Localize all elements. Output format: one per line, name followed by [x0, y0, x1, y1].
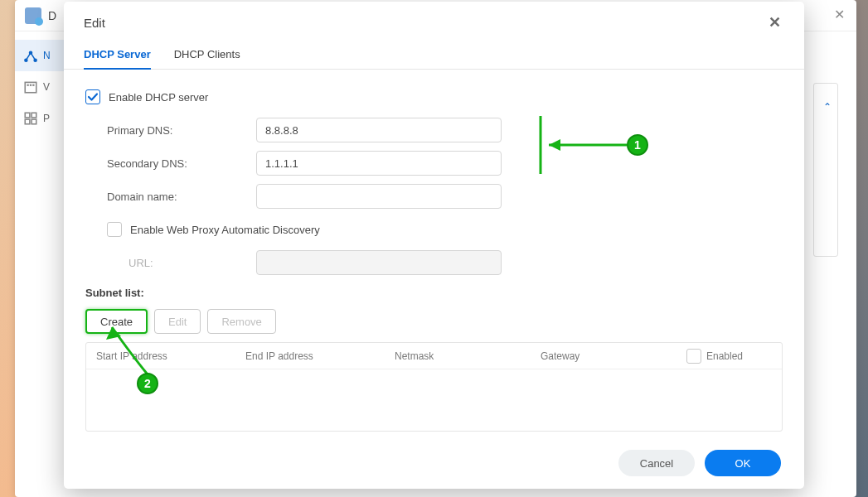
enable-dhcp-checkbox[interactable] [85, 89, 100, 104]
edit-dialog: Edit ✕ DHCP Server DHCP Clients Enable D… [64, 2, 804, 489]
svg-rect-7 [25, 113, 30, 118]
sidebar-label: P [43, 113, 50, 124]
col-start-ip: Start IP address [86, 350, 235, 362]
url-input [256, 250, 502, 275]
bg-title: D [48, 9, 56, 22]
chevron-up-icon[interactable]: ⌃ [823, 101, 832, 113]
sidebar-label: V [43, 81, 50, 93]
secondary-dns-label: Secondary DNS: [107, 157, 256, 170]
dialog-title: Edit [84, 16, 105, 30]
secondary-dns-row: Secondary DNS: [85, 151, 783, 176]
create-button[interactable]: Create [85, 309, 148, 334]
sidebar-label: N [43, 50, 51, 61]
webproxy-row: Enable Web Proxy Automatic Discovery [85, 217, 783, 242]
svg-rect-8 [32, 113, 36, 118]
subnet-list-title: Subnet list: [85, 287, 783, 299]
svg-rect-3 [25, 82, 36, 92]
svg-rect-9 [25, 119, 30, 124]
bg-close-icon[interactable]: ✕ [834, 7, 845, 22]
webproxy-label: Enable Web Proxy Automatic Discovery [130, 224, 320, 236]
subnet-table: Start IP address End IP address Netmask … [85, 342, 783, 432]
col-enabled-label: Enabled [706, 350, 743, 362]
webproxy-checkbox[interactable] [107, 222, 122, 237]
edit-button: Edit [154, 309, 201, 334]
subnet-toolbar: Create Edit Remove [85, 309, 783, 334]
url-label: URL: [129, 257, 256, 269]
tab-dhcp-server[interactable]: DHCP Server [84, 43, 151, 69]
svg-rect-10 [32, 119, 36, 124]
svg-rect-5 [30, 84, 32, 86]
remove-button: Remove [207, 309, 275, 334]
tab-bar: DHCP Server DHCP Clients [64, 43, 804, 70]
svg-rect-6 [32, 84, 34, 86]
col-netmask: Netmask [385, 350, 531, 362]
ok-button[interactable]: OK [705, 450, 781, 476]
app-icon [25, 7, 41, 24]
tab-dhcp-clients[interactable]: DHCP Clients [174, 43, 240, 69]
domain-name-label: Domain name: [107, 191, 256, 203]
domain-name-input[interactable] [256, 184, 502, 209]
grid-icon [23, 111, 38, 126]
close-icon[interactable]: ✕ [765, 10, 784, 35]
domain-name-row: Domain name: [85, 184, 783, 209]
col-end-ip: End IP address [235, 350, 385, 362]
enable-dhcp-row: Enable DHCP server [85, 84, 783, 109]
col-enabled: Enabled [676, 349, 782, 364]
table-header: Start IP address End IP address Netmask … [86, 343, 782, 369]
cancel-button[interactable]: Cancel [618, 450, 695, 476]
enable-dhcp-label: Enable DHCP server [109, 91, 208, 104]
building-icon [23, 80, 38, 94]
url-row: URL: [85, 250, 783, 275]
primary-dns-label: Primary DNS: [107, 124, 256, 137]
secondary-dns-input[interactable] [256, 151, 502, 176]
enabled-header-checkbox[interactable] [686, 349, 701, 364]
primary-dns-row: Primary DNS: [85, 118, 783, 142]
dialog-header: Edit ✕ [64, 2, 804, 43]
dialog-footer: Cancel OK [64, 437, 804, 489]
dialog-body: Enable DHCP server Primary DNS: Secondar… [64, 70, 804, 437]
network-icon [23, 48, 38, 63]
primary-dns-input[interactable] [256, 118, 502, 142]
col-gateway: Gateway [531, 350, 676, 362]
svg-rect-4 [27, 84, 29, 86]
